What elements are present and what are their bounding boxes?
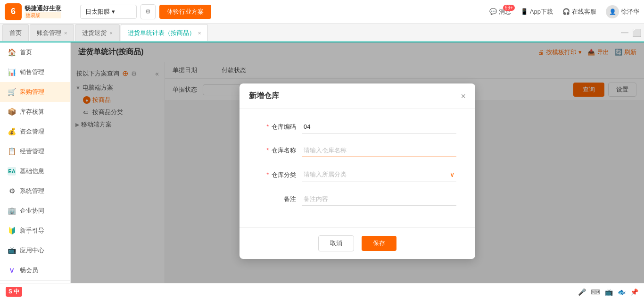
code-label: * 仓库编码 <box>258 123 296 131</box>
member-icon: V <box>8 266 16 275</box>
name-required-star: * <box>266 147 269 154</box>
logo-area: 6 畅捷通好生意 捷易版 <box>5 3 75 20</box>
remark-label: 备注 <box>258 195 296 203</box>
name-field-row: * 仓库名称 <box>258 144 456 157</box>
pin-icon[interactable]: 📌 <box>630 288 638 296</box>
category-placeholder: 请输入所属分类 <box>304 170 450 179</box>
sidebar-item-home[interactable]: 🏠 首页 <box>0 42 70 62</box>
username: 徐泽华 <box>621 8 639 16</box>
headphone-icon: 🎧 <box>562 8 570 15</box>
bottom-bar: S 中 🎤 ⌨ 📺 🐟 📌 <box>0 283 644 300</box>
base-info-icon: EA <box>8 167 16 175</box>
tab-purchase-return-label: 进货退货 <box>82 29 107 37</box>
sidebar-label-home: 首页 <box>20 48 32 57</box>
operations-icon: 📋 <box>8 147 16 156</box>
header-right: 💬 消息 99+ 📱 App下载 🎧 在线客服 👤 徐泽华 <box>489 5 639 18</box>
purchase-icon: 🛒 <box>8 88 16 96</box>
save-button[interactable]: 保存 <box>362 236 396 251</box>
category-required-star: * <box>266 171 269 178</box>
brand-name: 畅捷通好生意 <box>25 5 61 13</box>
app-download-label: App下载 <box>530 8 553 16</box>
header-search: 日太阳膜 ▾ ⚙ 体验行业方案 <box>80 4 211 19</box>
settings-button[interactable]: ⚙ <box>140 4 156 19</box>
dialog-body: * 仓库编码 * 仓库名称 <box>239 109 475 227</box>
sidebar-label-base-info: 基础信息 <box>20 167 44 175</box>
dialog-title: 新增仓库 <box>249 91 279 101</box>
chevron-down-icon: ▾ <box>112 8 115 15</box>
sidebar-item-system[interactable]: ⚙ 系统管理 <box>0 181 70 201</box>
customer-service-button[interactable]: 🎧 在线客服 <box>562 8 596 16</box>
guide-icon: 🔰 <box>8 226 16 235</box>
service-label: 在线客服 <box>572 8 596 16</box>
finance-icon: 💰 <box>8 127 16 136</box>
name-label-text: 仓库名称 <box>272 147 296 154</box>
sidebar-item-member[interactable]: V 畅会员 <box>0 260 70 280</box>
sidebar-label-operations: 经营管理 <box>20 147 44 156</box>
tab-purchase-stat[interactable]: 进货单统计表（按商品） × <box>121 24 208 41</box>
tab-account-close[interactable]: × <box>64 30 67 36</box>
content-area: 进货单统计(按商品) 🖨 按模板打印 ▾ 📤 导出 🔄 刷新 <box>71 42 644 300</box>
sidebar-item-operations[interactable]: 📋 经营管理 <box>0 142 70 161</box>
tab-controls: — ⬜ <box>621 28 642 37</box>
sidebar-item-sales[interactable]: 📊 销售管理 <box>0 62 70 82</box>
bottom-logo: S 中 <box>6 287 22 297</box>
tab-purchase-return[interactable]: 进货退货 × <box>75 24 119 41</box>
remark-input[interactable] <box>302 192 456 206</box>
mic-icon[interactable]: 🎤 <box>578 288 586 296</box>
enterprise-icon: 🏢 <box>8 207 16 215</box>
tab-purchase-return-close[interactable]: × <box>109 30 112 36</box>
tab-purchase-stat-label: 进货单统计表（按商品） <box>128 29 195 37</box>
cancel-button[interactable]: 取消 <box>318 235 354 251</box>
keyboard-icon[interactable]: ⌨ <box>591 288 600 296</box>
sidebar-item-finance[interactable]: 💰 资金管理 <box>0 122 70 142</box>
messages-button[interactable]: 💬 消息 99+ <box>489 8 511 16</box>
logo-icon: 6 <box>5 3 22 20</box>
sidebar-label-purchase: 采购管理 <box>20 88 44 96</box>
sidebar-label-app-center: 应用中心 <box>20 246 44 255</box>
dialog-overlay: 新增仓库 × * 仓库编码 * <box>71 42 644 300</box>
sidebar-item-inventory[interactable]: 📦 库存核算 <box>0 102 70 122</box>
sidebar-item-enterprise[interactable]: 🏢 企业协同 <box>0 201 70 221</box>
code-field-row: * 仓库编码 <box>258 120 456 133</box>
tab-minimize-icon[interactable]: — <box>621 28 628 37</box>
category-label: * 仓库分类 <box>258 171 296 179</box>
inventory-icon: 📦 <box>8 108 16 116</box>
category-select[interactable]: 请输入所属分类 ∨ <box>302 167 456 182</box>
tab-purchase-stat-close[interactable]: × <box>198 30 201 36</box>
tab-home[interactable]: 首页 <box>2 24 29 41</box>
sidebar-item-app-center[interactable]: 📺 应用中心 <box>0 241 70 260</box>
sidebar-item-base-info[interactable]: EA 基础信息 <box>0 161 70 181</box>
search-dropdown[interactable]: 日太阳膜 ▾ <box>80 5 137 19</box>
fish-icon[interactable]: 🐟 <box>618 288 626 296</box>
avatar: 👤 <box>606 5 619 18</box>
sidebar-label-system: 系统管理 <box>20 187 44 195</box>
new-warehouse-dialog: 新增仓库 × * 仓库编码 * <box>239 83 475 259</box>
sidebar-item-purchase[interactable]: 🛒 采购管理 <box>0 82 70 102</box>
messages-badge: 99+ <box>503 5 515 11</box>
dialog-header: 新增仓库 × <box>239 83 475 109</box>
app-download-button[interactable]: 📱 App下载 <box>520 8 553 16</box>
sidebar-label-sales: 销售管理 <box>20 68 44 76</box>
sidebar-item-guide[interactable]: 🔰 新手引导 <box>0 221 70 241</box>
tab-home-label: 首页 <box>9 29 22 37</box>
try-industry-button[interactable]: 体验行业方案 <box>159 5 211 19</box>
sales-icon: 📊 <box>8 68 16 76</box>
sidebar-label-inventory: 库存核算 <box>20 108 44 116</box>
code-input[interactable] <box>302 120 456 133</box>
name-input[interactable] <box>302 144 456 157</box>
sidebar-label-member: 畅会员 <box>20 266 38 275</box>
monitor-icon[interactable]: 📺 <box>605 288 613 296</box>
sidebar-label-finance: 资金管理 <box>20 127 44 136</box>
name-label: * 仓库名称 <box>258 146 296 155</box>
user-menu[interactable]: 👤 徐泽华 <box>606 5 639 18</box>
code-required-star: * <box>266 123 269 130</box>
dialog-close-button[interactable]: × <box>461 92 466 100</box>
system-icon: ⚙ <box>8 187 16 195</box>
tab-account[interactable]: 账套管理 × <box>30 24 74 41</box>
top-header: 6 畅捷通好生意 捷易版 日太阳膜 ▾ ⚙ 体验行业方案 💬 消息 99+ 📱 … <box>0 0 644 24</box>
category-dropdown-arrow: ∨ <box>450 171 454 178</box>
message-icon: 💬 <box>489 8 497 15</box>
remark-field-row: 备注 <box>258 192 456 206</box>
code-label-text: 仓库编码 <box>272 123 296 130</box>
tab-maximize-icon[interactable]: ⬜ <box>632 28 642 37</box>
